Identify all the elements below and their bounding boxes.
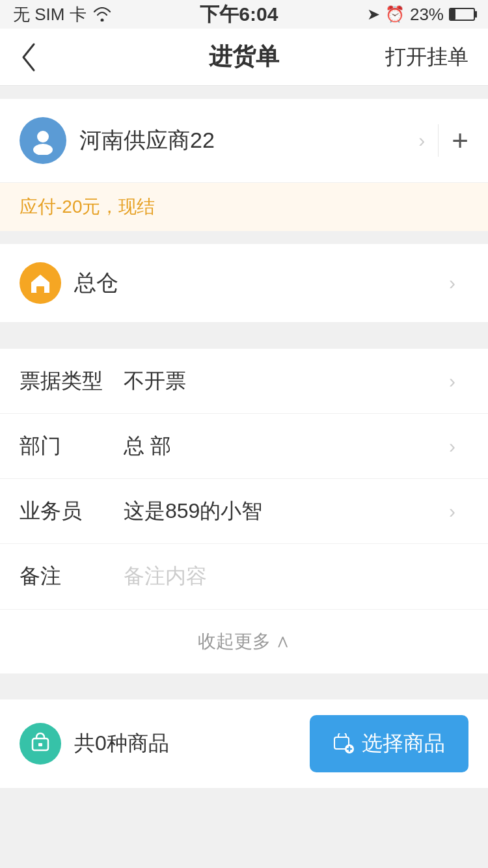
alarm-icon: ⏰ bbox=[385, 5, 405, 23]
invoice-chevron-icon: › bbox=[449, 370, 455, 392]
warehouse-row[interactable]: 总仓 › bbox=[0, 244, 488, 322]
add-supplier-button[interactable]: + bbox=[452, 126, 468, 155]
status-icons: ➤ ⏰ 23% bbox=[367, 5, 475, 25]
status-bar: 无 SIM 卡 下午6:04 ➤ ⏰ 23% bbox=[0, 0, 488, 29]
salesman-row[interactable]: 业务员 这是859的小智 › bbox=[0, 479, 488, 544]
product-icon bbox=[20, 723, 61, 765]
mid-divider-3 bbox=[0, 673, 488, 686]
salesman-value: 这是859的小智 bbox=[111, 497, 449, 526]
warehouse-name: 总仓 bbox=[74, 268, 449, 298]
top-divider bbox=[0, 86, 488, 99]
supplier-row[interactable]: 河南供应商22 › + bbox=[0, 99, 488, 183]
invoice-value: 不开票 bbox=[111, 367, 449, 396]
main-background bbox=[0, 788, 488, 868]
warehouse-icon bbox=[20, 262, 61, 304]
supplier-divider bbox=[438, 124, 439, 157]
product-count: 共0种商品 bbox=[74, 729, 297, 758]
status-carrier-wifi: 无 SIM 卡 bbox=[13, 3, 111, 26]
open-pending-button[interactable]: 打开挂单 bbox=[385, 43, 468, 72]
department-label: 部门 bbox=[20, 432, 111, 461]
supplier-avatar bbox=[20, 117, 66, 164]
status-time: 下午6:04 bbox=[200, 1, 278, 28]
select-product-label: 选择商品 bbox=[362, 729, 445, 758]
location-icon: ➤ bbox=[367, 5, 380, 23]
svg-rect-2 bbox=[36, 286, 44, 293]
department-value: 总 部 bbox=[111, 432, 449, 461]
salesman-chevron-icon: › bbox=[449, 500, 455, 522]
select-product-icon bbox=[333, 733, 354, 754]
wifi-icon bbox=[93, 7, 111, 21]
carrier-text: 无 SIM 卡 bbox=[13, 3, 87, 26]
mid-divider-2 bbox=[0, 323, 488, 336]
svg-point-1 bbox=[33, 144, 53, 155]
notice-banner: 应付-20元，现结 bbox=[0, 183, 488, 231]
page-title: 进货单 bbox=[209, 41, 279, 73]
bottom-bar: 共0种商品 选择商品 bbox=[0, 699, 488, 788]
battery-text: 23% bbox=[410, 5, 444, 25]
department-chevron-icon: › bbox=[449, 435, 455, 457]
mid-divider-1 bbox=[0, 231, 488, 244]
back-button[interactable] bbox=[20, 42, 38, 73]
supplier-chevron-icon: › bbox=[418, 129, 425, 152]
invoice-type-row[interactable]: 票据类型 不开票 › bbox=[0, 349, 488, 414]
warehouse-section[interactable]: 总仓 › bbox=[0, 244, 488, 323]
department-row[interactable]: 部门 总 部 › bbox=[0, 414, 488, 479]
warehouse-chevron-icon: › bbox=[449, 272, 455, 294]
invoice-label: 票据类型 bbox=[20, 367, 111, 396]
svg-rect-4 bbox=[38, 743, 42, 746]
salesman-label: 业务员 bbox=[20, 497, 111, 526]
nav-bar: 进货单 打开挂单 bbox=[0, 29, 488, 86]
battery-icon bbox=[449, 8, 475, 21]
supplier-section: 河南供应商22 › + 应付-20元，现结 bbox=[0, 99, 488, 231]
collapse-toggle[interactable]: 收起更多 ∧ bbox=[0, 609, 488, 673]
collapse-label: 收起更多 ∧ bbox=[198, 629, 291, 654]
svg-point-0 bbox=[37, 131, 49, 142]
select-product-button[interactable]: 选择商品 bbox=[310, 715, 468, 772]
remark-input[interactable]: 备注内容 bbox=[111, 562, 468, 591]
remark-label: 备注 bbox=[20, 562, 111, 591]
supplier-name: 河南供应商22 bbox=[79, 126, 418, 156]
form-section: 票据类型 不开票 › 部门 总 部 › 业务员 这是859的小智 › 备注 备注… bbox=[0, 349, 488, 673]
remark-row[interactable]: 备注 备注内容 bbox=[0, 544, 488, 609]
notice-text: 应付-20元，现结 bbox=[20, 197, 155, 217]
